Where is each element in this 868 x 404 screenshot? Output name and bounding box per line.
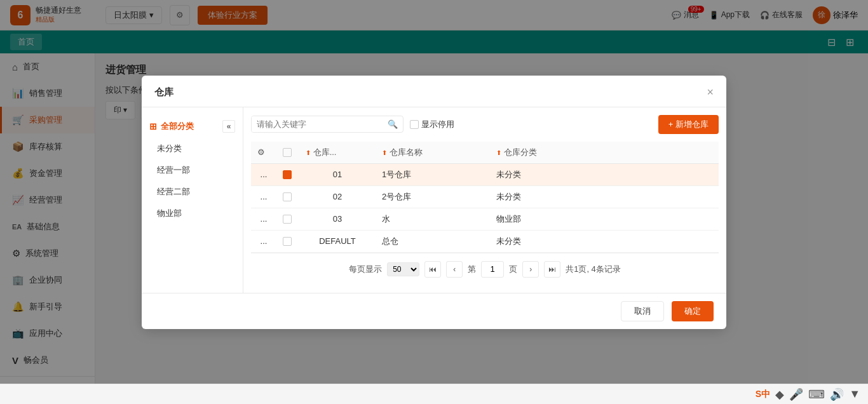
col-category[interactable]: ⬆ 仓库分类 <box>490 142 719 164</box>
status-keyboard-icon[interactable]: ⌨ <box>808 387 825 401</box>
col-name[interactable]: ⬆ 仓库名称 <box>376 142 490 164</box>
cancel-button[interactable]: 取消 <box>621 301 664 321</box>
table-body: ... 01 1号仓库 未分类 ... 02 2号仓库 未分类 ... 03 水… <box>251 163 719 252</box>
category-sidebar: ⊞ 全部分类 « 未分类 经营一部 经营二部 物业部 <box>142 107 243 293</box>
status-chevron-icon[interactable]: ▼ <box>849 387 860 401</box>
table-scroll-area: ⚙ ⬆ 仓库... ⬆ <box>251 142 719 253</box>
page-suffix: 页 <box>509 264 517 275</box>
search-wrap: 🔍 <box>251 116 403 133</box>
add-warehouse-button[interactable]: + 新增仓库 <box>658 115 719 134</box>
row-checkbox-cell[interactable] <box>276 185 299 208</box>
modal-overlay: 仓库 × ⊞ 全部分类 « 未分类 经营一部 经营二部 <box>0 0 868 404</box>
status-mic-icon[interactable]: 🎤 <box>789 387 803 401</box>
table-area: 🔍 显示停用 + 新增仓库 ⚙ <box>243 107 726 293</box>
row-name: 2号仓库 <box>376 185 490 208</box>
row-code: 03 <box>299 208 376 230</box>
row-checkbox-cell[interactable] <box>276 230 299 252</box>
warehouse-table: ⚙ ⬆ 仓库... ⬆ <box>251 142 719 253</box>
select-all-checkbox[interactable] <box>283 148 292 157</box>
show-disabled-label[interactable]: 显示停用 <box>410 119 454 130</box>
category-property[interactable]: 物业部 <box>142 203 243 224</box>
row-gear-cell[interactable]: ... <box>251 163 276 185</box>
row-gear-cell[interactable]: ... <box>251 185 276 208</box>
next-page-button[interactable]: › <box>522 261 539 278</box>
table-row[interactable]: ... 02 2号仓库 未分类 <box>251 185 719 208</box>
row-checkbox[interactable] <box>283 215 292 224</box>
table-row[interactable]: ... 01 1号仓库 未分类 <box>251 163 719 185</box>
modal-close-button[interactable]: × <box>707 86 714 99</box>
category-unclassified[interactable]: 未分类 <box>142 138 243 159</box>
status-s-icon[interactable]: S中 <box>756 389 770 400</box>
status-diamond-icon[interactable]: ◆ <box>775 387 784 401</box>
page-label: 第 <box>468 264 476 275</box>
row-category: 物业部 <box>490 208 719 230</box>
row-checkbox[interactable] <box>283 170 292 179</box>
col-name-label: 仓库名称 <box>390 147 423 157</box>
modal-footer: 取消 确定 <box>142 293 726 329</box>
table-header-row: ⚙ ⬆ 仓库... ⬆ <box>251 142 719 164</box>
pagination: 每页显示 50 20 100 ⏮ ‹ 第 页 › ⏭ 共1页, 4条记录 <box>251 253 719 285</box>
row-name: 1号仓库 <box>376 163 490 185</box>
row-gear-cell[interactable]: ... <box>251 230 276 252</box>
row-code: 02 <box>299 185 376 208</box>
collapse-button[interactable]: « <box>222 120 235 133</box>
row-checkbox[interactable] <box>283 192 292 201</box>
row-name: 总仓 <box>376 230 490 252</box>
col-gear: ⚙ <box>251 142 276 164</box>
col-code-sort-icon: ⬆ <box>306 149 311 156</box>
col-name-sort-icon: ⬆ <box>382 149 387 156</box>
page-number-input[interactable] <box>481 261 504 278</box>
total-info: 共1页, 4条记录 <box>566 264 621 275</box>
row-checkbox-cell[interactable] <box>276 163 299 185</box>
page-size-select[interactable]: 50 20 100 <box>387 262 419 276</box>
col-code-label: 仓库... <box>313 147 337 157</box>
col-category-sort-icon: ⬆ <box>496 149 501 156</box>
row-code: DEFAULT <box>299 230 376 252</box>
page-size-label: 每页显示 <box>349 264 382 275</box>
col-code[interactable]: ⬆ 仓库... <box>299 142 376 164</box>
all-categories-item[interactable]: ⊞ 全部分类 « <box>142 115 243 138</box>
row-category: 未分类 <box>490 185 719 208</box>
table-row[interactable]: ... 03 水 物业部 <box>251 208 719 230</box>
show-disabled-text: 显示停用 <box>421 119 454 130</box>
row-category: 未分类 <box>490 230 719 252</box>
modal-title: 仓库 <box>154 86 173 98</box>
status-bar: S中 ◆ 🎤 ⌨ 🔊 ▼ <box>0 384 868 404</box>
table-row[interactable]: ... DEFAULT 总仓 未分类 <box>251 230 719 252</box>
warehouse-modal: 仓库 × ⊞ 全部分类 « 未分类 经营一部 经营二部 <box>142 76 726 329</box>
row-gear-cell[interactable]: ... <box>251 208 276 230</box>
gear-col-icon: ⚙ <box>257 147 265 157</box>
category-ops1[interactable]: 经营一部 <box>142 159 243 181</box>
modal-header: 仓库 × <box>142 76 726 107</box>
row-category: 未分类 <box>490 163 719 185</box>
row-name: 水 <box>376 208 490 230</box>
grid-icon: ⊞ <box>149 121 157 131</box>
prev-page-button[interactable]: ‹ <box>446 261 463 278</box>
col-checkbox <box>276 142 299 164</box>
all-categories-label: 全部分类 <box>161 121 194 132</box>
search-input[interactable] <box>252 116 383 132</box>
row-checkbox[interactable] <box>283 237 292 246</box>
last-page-button[interactable]: ⏭ <box>544 261 560 278</box>
category-ops2[interactable]: 经营二部 <box>142 181 243 203</box>
status-sound-icon[interactable]: 🔊 <box>830 387 844 401</box>
modal-body: ⊞ 全部分类 « 未分类 经营一部 经营二部 物业部 <box>142 107 726 293</box>
col-category-label: 仓库分类 <box>504 147 537 157</box>
row-code: 01 <box>299 163 376 185</box>
search-icon[interactable]: 🔍 <box>383 116 403 132</box>
confirm-button[interactable]: 确定 <box>672 301 714 321</box>
table-toolbar: 🔍 显示停用 + 新增仓库 <box>251 115 719 134</box>
row-checkbox-cell[interactable] <box>276 208 299 230</box>
show-disabled-checkbox[interactable] <box>410 120 419 129</box>
first-page-button[interactable]: ⏮ <box>424 261 441 278</box>
